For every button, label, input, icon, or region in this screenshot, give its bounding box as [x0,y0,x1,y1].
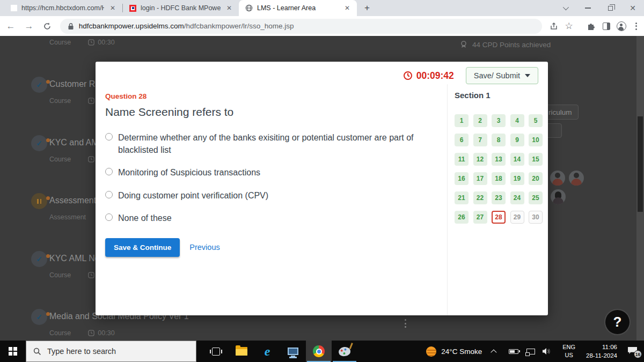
question-tile-2[interactable]: 2 [473,114,487,127]
question-tile-5[interactable]: 5 [529,114,543,127]
answer-option-3[interactable]: Doing customer point verification (CPV) [105,189,439,202]
save-continue-button[interactable]: Save & Continue [105,238,180,257]
url-host: hdfcbankmpower.upsidelms.com [79,22,184,30]
save-submit-button[interactable]: Save/ Submit [466,67,538,84]
paint-taskbar-button[interactable] [332,341,357,362]
course-type: Course [49,97,71,105]
blank-page-favicon [11,5,17,11]
question-tile-11[interactable]: 11 [455,153,469,166]
notification-center-button[interactable]: 16 [628,347,639,356]
chevron-down-icon [563,4,569,10]
previous-link[interactable]: Previous [189,243,219,252]
radio-button[interactable] [105,168,113,175]
timer-value: 00:09:42 [416,70,454,82]
question-tile-6[interactable]: 6 [455,134,469,146]
question-tile-28[interactable]: 28 [492,211,506,224]
question-tile-15[interactable]: 15 [529,153,543,166]
windows-logo-icon [9,347,17,356]
this-pc-button[interactable] [280,341,306,362]
address-bar[interactable]: hdfcbankmpower.upsidelms.com/hdfcbankmpo… [60,19,542,34]
language-indicator[interactable]: ENG US [562,343,575,359]
page-scrollbar[interactable] [636,36,644,341]
question-tile-4[interactable]: 4 [510,114,524,127]
share-button[interactable] [546,19,561,34]
start-button[interactable] [0,341,26,362]
tab-close-icon[interactable]: ✕ [343,4,352,12]
avatar [550,171,565,186]
tab-lms-active[interactable]: LMS - Learner Area ✕ [239,0,357,16]
radio-button[interactable] [105,213,113,221]
cpd-points: 44 CPD Points achieved [459,40,551,49]
radio-button[interactable] [105,191,113,198]
new-tab-button[interactable]: + [360,1,374,15]
answer-option-2[interactable]: Monitoring of Suspicious transactions [105,166,439,179]
back-button[interactable]: ← [3,19,18,34]
weather-text[interactable]: 24°C Smoke [441,348,482,356]
question-tile-7[interactable]: 7 [473,134,487,146]
tab-hdfc-login[interactable]: login - HDFC Bank MPower ✕ [123,0,239,16]
clock-date[interactable]: 11:06 28-11-2024 [586,343,617,360]
puzzle-icon [587,21,596,31]
question-tile-26[interactable]: 26 [455,211,469,224]
close-window-button[interactable]: ✕ [621,0,644,16]
extensions-button[interactable] [584,19,599,34]
question-tile-9[interactable]: 9 [510,134,524,146]
question-tile-3[interactable]: 3 [492,114,506,127]
network-icon[interactable] [526,349,535,354]
question-tile-19[interactable]: 19 [510,172,524,185]
help-button[interactable]: ? [605,310,630,334]
file-explorer-button[interactable] [229,341,254,362]
caret-down-icon [525,74,530,77]
profile-button[interactable] [614,19,629,34]
minimize-button[interactable] [576,0,599,16]
answer-option-4[interactable]: None of these [105,212,439,224]
radio-button[interactable] [105,133,113,141]
paused-icon [31,193,47,209]
speaker-icon[interactable] [542,347,552,356]
question-tile-22[interactable]: 22 [473,191,487,204]
more-options-dots-icon [405,319,406,328]
internet-explorer-icon: e [265,346,270,357]
question-tile-18[interactable]: 18 [492,172,506,185]
question-tile-1[interactable]: 1 [455,114,469,127]
question-tile-10[interactable]: 10 [529,134,543,146]
question-tile-23[interactable]: 23 [492,191,506,204]
internet-explorer-button[interactable]: e [254,341,280,362]
tab-hcm[interactable]: https://hcm.hbctxdom.com/HRM ✕ [4,0,122,16]
reload-button[interactable] [40,19,55,34]
clock-icon [88,156,94,162]
course-type: Course [49,329,71,337]
forward-button[interactable]: → [21,19,36,34]
bookmark-button[interactable]: ☆ [561,19,576,34]
side-panel-button[interactable] [599,19,614,34]
show-hidden-icons-chevron[interactable] [491,349,496,355]
task-view-button[interactable] [203,341,229,362]
answer-option-1[interactable]: Determine whether any of the banks exisi… [105,131,439,156]
question-tile-14[interactable]: 14 [510,153,524,166]
question-tile-21[interactable]: 21 [455,191,469,204]
course-type: Course [49,156,71,163]
tab-search-chevron[interactable] [554,0,576,16]
question-tile-24[interactable]: 24 [510,191,524,204]
section-panel: Section 1 123456789101112131415161718192… [447,84,548,315]
tab-close-icon[interactable]: ✕ [225,4,233,12]
question-tile-27[interactable]: 27 [473,211,487,224]
chrome-taskbar-button[interactable] [306,341,332,362]
question-tile-8[interactable]: 8 [492,134,506,146]
battery-icon[interactable] [509,349,518,354]
question-tile-29[interactable]: 29 [510,211,524,224]
browser-menu-button[interactable] [629,19,644,34]
question-tile-12[interactable]: 12 [473,153,487,166]
question-tile-16[interactable]: 16 [455,172,469,185]
restore-button[interactable] [599,0,621,16]
tab-close-icon[interactable]: ✕ [108,4,117,12]
course-meta: Course00:30 [49,39,115,46]
question-tile-20[interactable]: 20 [529,172,543,185]
taskbar-search-box[interactable]: Type here to search [26,341,196,362]
question-tile-25[interactable]: 25 [529,191,543,204]
question-tile-30[interactable]: 30 [529,211,543,224]
scrollbar-thumb[interactable] [638,116,643,212]
question-tile-17[interactable]: 17 [473,172,487,185]
weather-icon[interactable] [426,346,436,357]
question-tile-13[interactable]: 13 [492,153,506,166]
